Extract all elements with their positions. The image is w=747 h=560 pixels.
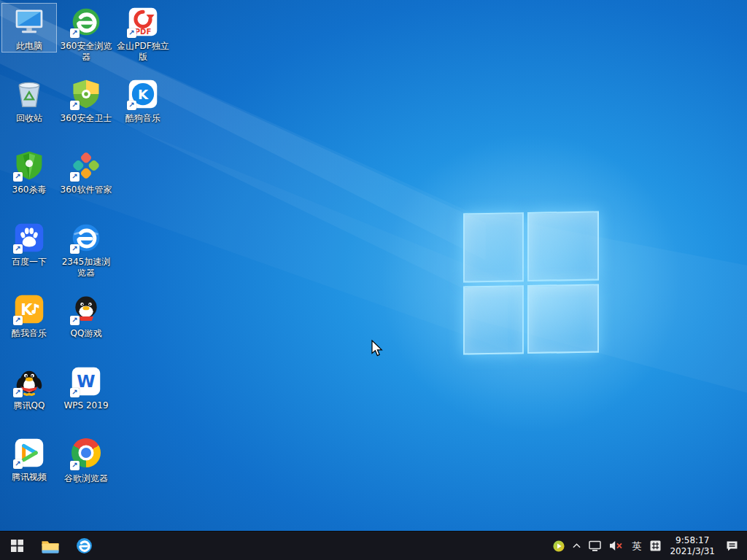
desktop-icon-tencent-video[interactable]: ↗ 腾讯视频 [1,434,57,483]
desktop-icon-360-software-manager[interactable]: ↗ 360软件管家 [58,147,114,196]
speaker-muted-icon [609,540,623,551]
desktop-icon-baidu[interactable]: ↗ 百度一下 [1,219,57,268]
desktop-icon-label: 360杀毒 [2,184,56,195]
tray-ime-language[interactable]: 英 [627,532,646,560]
desktop-icon-label: QQ游戏 [59,328,113,339]
shortcut-arrow-icon: ↗ [13,459,23,469]
tray-network[interactable] [585,532,605,560]
windows-logo-pane [463,212,524,282]
system-tray: 英 9:58:17 2021/3/31 [549,532,747,560]
baidu-icon: ↗ [13,222,45,254]
desktop-icon-label: 2345加速浏览器 [59,257,113,279]
desktop-icon-kuwo-music[interactable]: K ↗ 酷我音乐 [1,290,57,340]
qq-games-icon: ↗ [70,293,102,325]
desktop-icon-kingsoft-pdf[interactable]: PDF ↗ 金山PDF独立版 [115,3,171,63]
start-button[interactable] [0,532,34,560]
desktop-icon-kugou-music[interactable]: K ↗ 酷狗音乐 [115,75,171,125]
browser-taskbar-button[interactable] [67,532,101,560]
svg-text:K: K [138,87,149,102]
this-pc-icon [13,6,45,38]
tray-show-hidden-icons[interactable] [568,532,585,560]
recycle-bin-icon [13,78,45,110]
desktop-icon-360-antivirus[interactable]: ↗ 360杀毒 [1,147,57,196]
360-antivirus-icon: ↗ [13,149,45,182]
desktop-icon-label: 腾讯QQ [2,400,56,411]
360-browser-icon: ↗ [70,6,102,38]
desktop-icon-label: 金山PDF独立版 [116,41,170,63]
clock-time: 9:58:17 [676,535,709,546]
desktop-icon-label: 此电脑 [2,41,56,52]
shortcut-arrow-icon: ↗ [70,172,80,182]
svg-text:PDF: PDF [135,28,152,36]
360-safeguard-icon: ↗ [70,78,102,110]
desktop-icon-label: 360软件管家 [59,184,113,195]
shortcut-arrow-icon: ↗ [70,388,80,397]
tencent-video-icon: ↗ [13,437,45,469]
360-speedball-icon [553,540,565,552]
input-method-grid-icon [650,540,661,551]
windows-logo-pane [527,211,599,281]
taskbar: 英 9:58:17 2021/3/31 [0,531,747,560]
desktop-icon-label: 酷狗音乐 [116,113,170,124]
shortcut-arrow-icon: ↗ [70,316,80,325]
shortcut-arrow-icon: ↗ [127,28,136,38]
desktop-icon-qq-games[interactable]: ↗ QQ游戏 [58,290,114,340]
shortcut-arrow-icon: ↗ [70,28,80,38]
taskbar-clock[interactable]: 9:58:17 2021/3/31 [665,532,720,560]
kuwo-music-icon: K ↗ [13,293,45,325]
windows-logo-pane [463,285,524,354]
action-center-button[interactable] [720,532,747,560]
action-center-icon [726,540,738,552]
windows-logo-pane [527,284,599,354]
desktop-icon-label: 谷歌浏览器 [59,473,113,484]
clock-date: 2021/3/31 [670,546,715,557]
desktop-icon-chrome[interactable]: ↗ 谷歌浏览器 [58,434,114,485]
desktop-icon-label: 腾讯视频 [2,472,56,483]
desktop-icon-label: 百度一下 [2,257,56,268]
shortcut-arrow-icon: ↗ [70,244,80,254]
desktop-icon-2345-browser[interactable]: ↗ 2345加速浏览器 [58,219,114,279]
shortcut-arrow-icon: ↗ [13,172,23,182]
360-software-manager-icon: ↗ [70,149,102,182]
kugou-music-icon: K ↗ [127,78,159,110]
desktop-icon-label: 酷我音乐 [2,328,56,339]
network-ethernet-icon [589,540,602,552]
chrome-icon: ↗ [70,438,102,470]
tencent-qq-icon: ↗ [13,365,45,397]
browser-e-icon [75,537,93,555]
shortcut-arrow-icon: ↗ [70,101,80,110]
desktop-icon-360-safeguard[interactable]: ↗ 360安全卫士 [58,75,114,125]
windows-logo [463,211,599,354]
desktop-icon-label: 回收站 [2,113,56,124]
shortcut-arrow-icon: ↗ [13,388,23,397]
shortcut-arrow-icon: ↗ [127,101,136,110]
desktop-icon-recycle-bin[interactable]: 回收站 [1,75,57,125]
tray-volume-muted[interactable] [605,532,627,560]
shortcut-arrow-icon: ↗ [13,316,23,325]
taskbar-left [0,532,101,560]
desktop-icon-wps-2019[interactable]: W ↗ WPS 2019 [58,362,114,412]
desktop-icon-label: WPS 2019 [59,400,113,411]
desktop-icon-360-browser[interactable]: ↗ 360安全浏览器 [58,3,114,63]
chevron-up-icon [572,542,581,550]
folder-icon [41,537,60,555]
tray-360-speedball[interactable] [549,532,568,560]
2345-browser-icon: ↗ [70,222,102,254]
shortcut-arrow-icon: ↗ [13,244,23,254]
kingsoft-pdf-icon: PDF ↗ [127,6,159,38]
desktop-icon-this-pc[interactable]: 此电脑 [1,3,57,52]
desktop-icon-tencent-qq[interactable]: ↗ 腾讯QQ [1,362,57,412]
svg-text:W: W [77,372,95,391]
desktop-icon-label: 360安全卫士 [59,113,113,124]
desktop-icon-label: 360安全浏览器 [59,41,113,63]
shortcut-arrow-icon: ↗ [70,461,80,470]
file-explorer-button[interactable] [34,532,67,560]
wps-2019-icon: W ↗ [70,365,102,397]
windows-start-icon [11,540,23,552]
tray-input-method[interactable] [646,532,665,560]
